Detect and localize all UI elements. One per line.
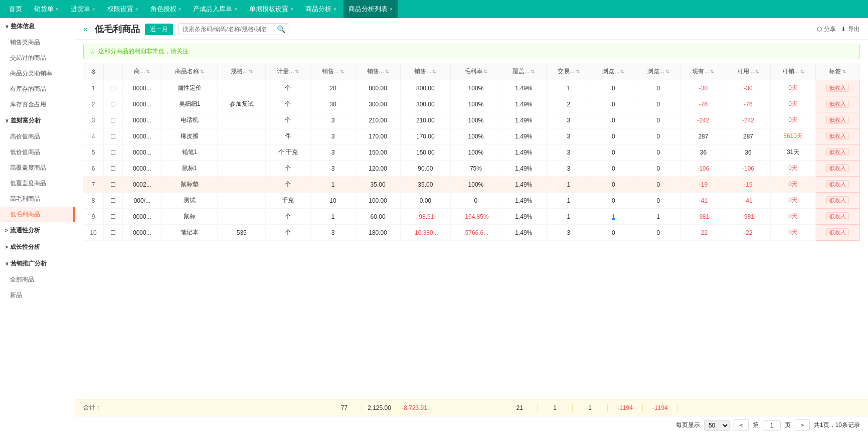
col-header-settings[interactable]: ⚙	[83, 63, 104, 80]
page-number-input[interactable]	[763, 420, 781, 430]
sidebar-item-有库存的商品[interactable]: 有库存的商品	[0, 81, 75, 97]
search-input[interactable]	[178, 23, 288, 35]
cell-sales_price: 150.00	[356, 144, 401, 161]
filter-button[interactable]: 近一月	[145, 24, 173, 35]
sidebar-item-交易过的商品[interactable]: 交易过的商品	[0, 50, 75, 66]
group-label: 成长性分析	[10, 243, 40, 251]
col-header-available[interactable]: 可用...⇅	[726, 63, 771, 80]
cell-browse1[interactable]: 0	[591, 112, 636, 128]
col-header-unit[interactable]: 计量...⇅	[266, 63, 311, 80]
cell-browse1[interactable]: 0	[591, 96, 636, 112]
next-page-button[interactable]: ＞	[795, 419, 810, 431]
col-header-sales_qty[interactable]: 销售...⇅	[310, 63, 356, 80]
sidebar-item-新品[interactable]: 新品	[0, 287, 75, 303]
sidebar-group-成长性分析[interactable]: >成长性分析	[0, 239, 75, 255]
col-header-spec[interactable]: 规格...⇅	[218, 63, 266, 80]
nav-item-单据模板设置[interactable]: 单据模板设置×	[244, 0, 298, 18]
col-header-current[interactable]: 现有...⇅	[681, 63, 726, 80]
cell-checkbox[interactable]: ☐	[104, 112, 123, 128]
nav-close-icon[interactable]: ×	[135, 7, 138, 12]
table-row: 4☐0000...橡皮擦件3170.00170.00100%1.49%30028…	[83, 128, 860, 144]
cell-browse1[interactable]: 0	[591, 144, 636, 161]
col-header-code[interactable]: 商...⇅	[122, 63, 161, 80]
cell-transactions: 1	[546, 193, 591, 209]
cell-browse1[interactable]: 0	[591, 225, 636, 241]
nav-item-角色授权[interactable]: 角色授权×	[145, 0, 187, 18]
nav-item-商品分析[interactable]: 商品分析×	[300, 0, 341, 18]
cell-checkbox[interactable]: ☐	[104, 209, 123, 225]
cell-checkbox[interactable]: ☐	[104, 193, 123, 209]
col-header-saleable[interactable]: 可销...⇅	[771, 63, 816, 80]
nav-item-商品分析列表[interactable]: 商品分析列表×	[343, 0, 398, 18]
col-header-sales_price[interactable]: 销售...⇅	[356, 63, 401, 80]
sidebar-item-低毛利商品[interactable]: 低毛利商品	[0, 207, 75, 222]
cell-browse1[interactable]: 0	[591, 128, 636, 144]
col-header-checkbox[interactable]	[104, 63, 123, 80]
share-button[interactable]: ⬡ 分享	[817, 25, 836, 34]
col-header-browse1[interactable]: 浏览...⇅	[591, 63, 636, 80]
sidebar-group-营销推广分析[interactable]: ∨营销推广分析	[0, 255, 75, 272]
sidebar-item-全部商品[interactable]: 全部商品	[0, 272, 75, 287]
sidebar-group-流通性分析[interactable]: >流通性分析	[0, 222, 75, 239]
export-button[interactable]: ⬇ 导出	[841, 25, 860, 34]
col-header-tag[interactable]: 标签⇅	[815, 63, 859, 80]
nav-item-产成品入库单[interactable]: 产成品入库单×	[188, 0, 242, 18]
col-header-margin_rate[interactable]: 毛利率⇅	[450, 63, 501, 80]
sidebar-group-差财富分析[interactable]: ∨差财富分析	[0, 112, 75, 129]
cell-checkbox[interactable]: ☐	[104, 80, 123, 96]
nav-close-icon[interactable]: ×	[333, 7, 336, 12]
cell-margin_rate: 100%	[450, 177, 501, 193]
nav-item-权限设置[interactable]: 权限设置×	[102, 0, 143, 18]
nav-item-首页[interactable]: 首页	[4, 0, 27, 18]
sidebar-item-低覆盖度商品[interactable]: 低覆盖度商品	[0, 176, 75, 191]
col-header-name[interactable]: 商品名称⇅	[161, 63, 218, 80]
search-icon-btn[interactable]: 🔍	[277, 25, 285, 33]
cell-tag: 低收入	[815, 225, 859, 241]
nav-close-icon[interactable]: ×	[390, 7, 393, 12]
cell-browse1[interactable]: 0	[591, 177, 636, 193]
sidebar-item-销售类商品[interactable]: 销售类商品	[0, 35, 75, 50]
sidebar-item-库存资金占用[interactable]: 库存资金占用	[0, 97, 75, 112]
footer-label: 合计：	[83, 403, 101, 412]
sidebar-item-高价值商品[interactable]: 高价值商品	[0, 129, 75, 144]
col-header-sales_profit[interactable]: 销售...⇅	[400, 63, 450, 80]
cell-browse1[interactable]: 0	[591, 161, 636, 177]
cell-sales_profit: 300.00	[400, 96, 450, 112]
cell-checkbox[interactable]: ☐	[104, 128, 123, 144]
cell-current: -242	[681, 112, 726, 128]
footer-cell-2: -8,723.91	[397, 404, 432, 411]
sidebar-group-整体信息[interactable]: ∨整体信息	[0, 18, 75, 35]
sidebar-item-商品分类助销率[interactable]: 商品分类助销率	[0, 66, 75, 81]
cell-available: 287	[726, 128, 771, 144]
col-header-coverage[interactable]: 覆盖...⇅	[501, 63, 547, 80]
cell-browse1[interactable]: 0	[591, 80, 636, 96]
cell-sales_profit: -98.91	[400, 209, 450, 225]
nav-item-进货单[interactable]: 进货单×	[66, 0, 100, 18]
nav-close-icon[interactable]: ×	[92, 7, 95, 12]
cell-code: 0000...	[122, 80, 161, 96]
cell-browse1[interactable]: 0	[591, 193, 636, 209]
nav-item-销货单[interactable]: 销货单×	[29, 0, 64, 18]
col-header-browse2[interactable]: 浏览...⇅	[636, 63, 681, 80]
sidebar-collapse-btn[interactable]: «	[83, 25, 88, 34]
per-page-select[interactable]: 102050100	[704, 420, 730, 431]
cell-browse1[interactable]: 1	[591, 209, 636, 225]
nav-close-icon[interactable]: ×	[290, 7, 293, 12]
cell-coverage: 1.49%	[501, 112, 547, 128]
nav-close-icon[interactable]: ×	[234, 7, 237, 12]
cell-checkbox[interactable]: ☐	[104, 177, 123, 193]
sidebar-item-低价值商品[interactable]: 低价值商品	[0, 144, 75, 160]
footer-cell-8: -1194	[608, 404, 643, 411]
cell-checkbox[interactable]: ☐	[104, 225, 123, 241]
cell-transactions: 1	[546, 209, 591, 225]
sidebar-item-高毛利商品[interactable]: 高毛利商品	[0, 191, 75, 207]
sidebar-item-高覆盖度商品[interactable]: 高覆盖度商品	[0, 160, 75, 176]
nav-close-icon[interactable]: ×	[179, 7, 182, 12]
cell-checkbox[interactable]: ☐	[104, 144, 123, 161]
cell-checkbox[interactable]: ☐	[104, 161, 123, 177]
nav-close-icon[interactable]: ×	[56, 7, 59, 12]
group-label: 整体信息	[11, 22, 35, 31]
cell-checkbox[interactable]: ☐	[104, 96, 123, 112]
col-header-transactions[interactable]: 交易...⇅	[546, 63, 591, 80]
prev-page-button[interactable]: ＜	[734, 419, 749, 431]
